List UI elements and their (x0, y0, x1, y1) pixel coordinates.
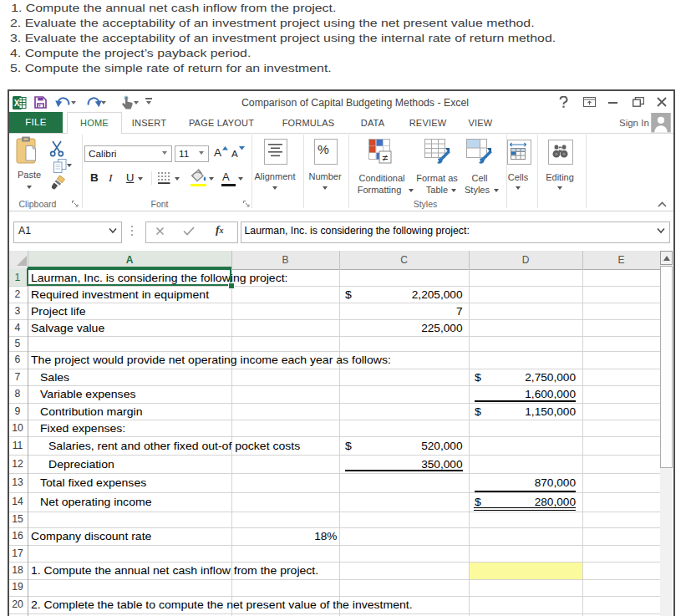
svg-text:X: X (14, 99, 20, 108)
svg-text:≠: ≠ (383, 152, 389, 164)
